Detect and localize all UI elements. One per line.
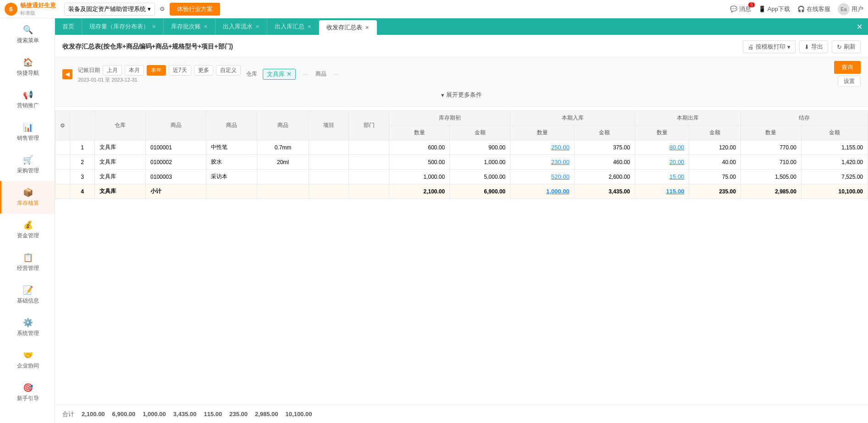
- sidebar-item-basic[interactable]: 📝 基础信息: [0, 279, 55, 311]
- date-btn-more[interactable]: 更多: [194, 65, 213, 76]
- date-btn-lastmonth[interactable]: 上月: [103, 65, 122, 76]
- settings-btn[interactable]: 设置: [838, 76, 861, 87]
- date-btn-custom[interactable]: 自定义: [216, 65, 241, 76]
- col-group-in: 本期入库: [510, 111, 635, 126]
- print-btn[interactable]: 🖨 按模板打印 ▾: [743, 40, 796, 53]
- row-out-qty[interactable]: 20.00: [635, 155, 689, 170]
- sidebar-item-guide[interactable]: 🎯 新手引导: [0, 376, 55, 409]
- sub-col-in-qty: 数量: [510, 126, 575, 140]
- sidebar-item-search[interactable]: 🔍 搜索菜单: [0, 18, 55, 51]
- tab-summary[interactable]: 收发存汇总表 ✕: [319, 20, 377, 35]
- tab-label: 出入库流水: [223, 22, 253, 31]
- row-dept: [349, 170, 389, 184]
- chevron-down-icon: ▾: [787, 44, 791, 50]
- goods-more-btn[interactable]: ···: [332, 71, 341, 77]
- tab-close-icon[interactable]: ✕: [152, 24, 156, 30]
- in-qty-link[interactable]: 520.00: [551, 173, 569, 180]
- expand-btn[interactable]: ▾ 展开更多条件: [441, 89, 482, 101]
- sub-col-out-amt: 金额: [689, 126, 741, 140]
- refresh-btn[interactable]: ↻ 刷新: [832, 40, 861, 53]
- tab-close-icon[interactable]: ✕: [204, 24, 208, 30]
- date-shortcuts: 上月 本月 本年 近7天 更多 自定义: [103, 65, 241, 76]
- subtotal-empty1: [206, 184, 257, 199]
- tab-bar: 首页 现存量（库存分布表） ✕ 库存批次账 ✕ 出入库流水 ✕ 出入库汇总 ✕ …: [55, 18, 868, 35]
- row-warehouse: 文具库: [94, 140, 145, 155]
- bottom-bar: 合计 2,100.00 6,900.00 1,000.00 3,435.00 1…: [55, 405, 868, 423]
- tab-close-icon[interactable]: ✕: [255, 24, 260, 30]
- col-spec-header: 商品: [257, 111, 309, 140]
- tab-bar-close[interactable]: ✕: [851, 22, 868, 31]
- row-settings[interactable]: [55, 140, 70, 155]
- sidebar-item-nav[interactable]: 🏠 快捷导航: [0, 51, 55, 83]
- row-out-qty[interactable]: 15.00: [635, 170, 689, 184]
- search-icon: 🔍: [23, 25, 33, 35]
- gear-icon[interactable]: ⚙: [160, 5, 165, 12]
- sidebar-item-system[interactable]: ⚙️ 系统管理: [0, 311, 55, 344]
- filter-toggle[interactable]: ◀: [62, 69, 72, 79]
- sidebar-item-collab[interactable]: 🤝 企业协同: [0, 344, 55, 376]
- tab-inout[interactable]: 出入库汇总 ✕: [267, 18, 319, 35]
- out-qty-link[interactable]: 15.00: [669, 173, 685, 180]
- in-qty-link[interactable]: 250.00: [551, 144, 569, 151]
- warehouse-tag-close[interactable]: ✕: [287, 71, 292, 77]
- row-settings[interactable]: [55, 155, 70, 170]
- sidebar-item-label: 销售管理: [17, 134, 39, 142]
- subtotal-out-qty[interactable]: 115.00: [635, 184, 689, 199]
- subtotal-in-amt: 3,435.00: [574, 184, 635, 199]
- out-qty-link[interactable]: 80.00: [669, 144, 685, 151]
- try-btn[interactable]: 体验行业方案: [170, 3, 220, 16]
- total-open-qty: 2,100.00: [82, 411, 105, 418]
- subtotal-label: 小计: [146, 184, 206, 199]
- export-btn[interactable]: ⬇ 导出: [799, 40, 828, 53]
- user-item[interactable]: Ea 用户: [838, 3, 863, 15]
- sidebar-item-label: 基础信息: [17, 297, 39, 305]
- row-open-qty: 1,000.00: [389, 170, 450, 184]
- sidebar-item-label: 新手引导: [17, 395, 39, 402]
- out-qty-link[interactable]: 20.00: [669, 159, 685, 165]
- message-item[interactable]: 💬 消息 6: [730, 5, 751, 13]
- sidebar-item-finance[interactable]: 💰 资金管理: [0, 214, 55, 246]
- sidebar-item-purchase[interactable]: 🛒 采购管理: [0, 148, 55, 181]
- tab-flow[interactable]: 出入库流水 ✕: [216, 18, 267, 35]
- top-right: 💬 消息 6 📱 App下载 🎧 在线客服 Ea 用户: [730, 3, 863, 15]
- row-in-qty[interactable]: 520.00: [510, 170, 575, 184]
- sidebar-item-sales[interactable]: 📊 销售管理: [0, 116, 55, 148]
- tab-close-icon[interactable]: ✕: [307, 24, 311, 30]
- sidebar: 🔍 搜索菜单 🏠 快捷导航 📢 营销推广 📊 销售管理 🛒 采购管理 📦 库存核…: [0, 18, 55, 423]
- system-icon: ⚙️: [23, 318, 33, 328]
- tab-batch[interactable]: 库存批次账 ✕: [164, 18, 216, 35]
- row-settings[interactable]: [55, 170, 70, 184]
- row-in-qty[interactable]: 230.00: [510, 155, 575, 170]
- date-btn-7days[interactable]: 近7天: [169, 65, 191, 76]
- basic-icon: 📝: [23, 285, 33, 295]
- date-label: 记账日期: [78, 66, 100, 74]
- row-in-amt: 460.00: [574, 155, 635, 170]
- query-btn[interactable]: 查询: [834, 61, 861, 74]
- sidebar-item-inventory[interactable]: 📦 库存核算: [0, 181, 55, 214]
- settings-col-header[interactable]: ⚙: [55, 111, 70, 140]
- subtotal-in-qty-link[interactable]: 1,000.00: [546, 188, 569, 195]
- tab-stock[interactable]: 现存量（库存分布表） ✕: [82, 18, 164, 35]
- subtotal-in-qty[interactable]: 1,000.00: [510, 184, 575, 199]
- row-spec: [257, 170, 309, 184]
- tab-close-icon[interactable]: ✕: [365, 25, 369, 31]
- system-title-dropdown[interactable]: 装备及固定资产辅助管理系统 ▾: [64, 3, 155, 16]
- sub-col-out-qty: 数量: [635, 126, 689, 140]
- guide-icon: 🎯: [23, 383, 33, 393]
- row-in-qty[interactable]: 250.00: [510, 140, 575, 155]
- warehouse-more-btn[interactable]: ···: [301, 71, 310, 77]
- header-actions: 🖨 按模板打印 ▾ ⬇ 导出 ↻ 刷新: [743, 40, 861, 53]
- row-out-amt: 120.00: [689, 140, 741, 155]
- tab-home[interactable]: 首页: [55, 18, 82, 35]
- date-btn-thisyear[interactable]: 本年: [147, 65, 166, 76]
- in-qty-link[interactable]: 230.00: [551, 159, 569, 165]
- row-spec: 0.7mm: [257, 140, 309, 155]
- total-in-qty: 1,000.00: [143, 411, 166, 418]
- row-out-qty[interactable]: 80.00: [635, 140, 689, 155]
- date-btn-thismonth[interactable]: 本月: [125, 65, 144, 76]
- subtotal-out-qty-link[interactable]: 115.00: [666, 188, 685, 195]
- service-item[interactable]: 🎧 在线客服: [797, 5, 830, 13]
- sidebar-item-management[interactable]: 📋 经营管理: [0, 246, 55, 279]
- app-download-item[interactable]: 📱 App下载: [758, 5, 790, 13]
- sidebar-item-marketing[interactable]: 📢 营销推广: [0, 83, 55, 116]
